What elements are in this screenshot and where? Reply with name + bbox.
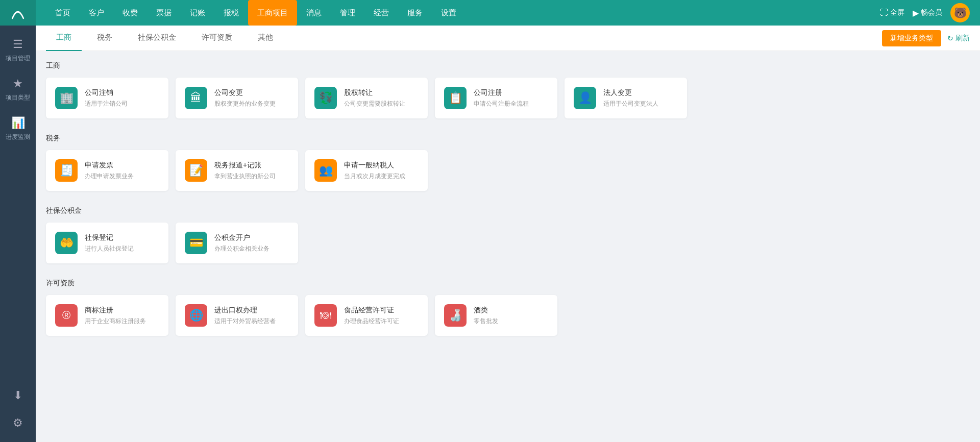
service-card[interactable]: 🌐进出口权办理适用于对外贸易经营者 (176, 295, 298, 336)
service-card[interactable]: 🏢公司注销适用于注销公司 (46, 78, 168, 118)
cards-row: 🤲社保登记进行人员社保登记💳公积金开户办理公积金相关业务 (46, 223, 970, 263)
card-info: 公司变更股权变更外的业务变更 (214, 88, 276, 108)
fullscreen-button[interactable]: ⛶ 全屏 (880, 8, 904, 17)
card-desc: 适用于对外贸易经营者 (214, 317, 276, 326)
nav-item-管理[interactable]: 管理 (331, 0, 364, 26)
card-info: 税务报道+记账拿到营业执照的新公司 (214, 161, 276, 181)
nav-item-首页[interactable]: 首页 (46, 0, 80, 26)
card-name: 法人变更 (603, 88, 658, 97)
card-name: 公司注销 (85, 88, 128, 97)
card-info: 进出口权办理适用于对外贸易经营者 (214, 306, 276, 326)
card-icon: 💳 (185, 232, 207, 254)
card-desc: 办理申请发票业务 (85, 172, 134, 181)
card-desc: 适用于公司变更法人 (603, 100, 658, 108)
nav-item-票据[interactable]: 票据 (147, 0, 181, 26)
card-icon: 🍽 (314, 304, 337, 327)
card-desc: 办理公积金相关业务 (214, 244, 270, 253)
sidebar-item-project-mgmt[interactable]: ☰ 项目管理 (0, 31, 36, 70)
card-name: 股权转让 (344, 88, 405, 97)
service-card[interactable]: ®商标注册用于企业商标注册服务 (46, 295, 168, 336)
card-icon: ® (55, 304, 78, 327)
service-card[interactable]: 🍶酒类零售批发 (435, 295, 557, 336)
card-icon: 🏛 (185, 87, 207, 109)
service-card[interactable]: 📝税务报道+记账拿到营业执照的新公司 (176, 150, 298, 191)
nav-item-记账[interactable]: 记账 (181, 0, 214, 26)
card-name: 酒类 (474, 306, 498, 315)
nav-item-收费[interactable]: 收费 (113, 0, 147, 26)
vip-button[interactable]: ▶ 畅会员 (913, 8, 942, 18)
tab-许可资质[interactable]: 许可资质 (191, 26, 242, 51)
section-title: 许可资质 (46, 279, 970, 288)
card-icon: 🍶 (444, 304, 467, 327)
card-desc: 当月或次月成变更完成 (344, 172, 405, 181)
card-icon: 👥 (314, 159, 337, 182)
card-info: 食品经营许可证办理食品经营许可证 (344, 306, 399, 326)
service-card[interactable]: 🧾申请发票办理申请发票业务 (46, 150, 168, 191)
service-card[interactable]: 🤲社保登记进行人员社保登记 (46, 223, 168, 263)
card-info: 公司注册申请公司注册全流程 (474, 88, 529, 108)
service-card[interactable]: 👥申请一般纳税人当月或次月成变更完成 (305, 150, 428, 191)
card-info: 申请一般纳税人当月或次月成变更完成 (344, 161, 405, 181)
card-name: 公司注册 (474, 88, 529, 97)
nav-item-服务[interactable]: 服务 (398, 0, 432, 26)
nav-right: ⛶ 全屏 ▶ 畅会员 🐻 (880, 3, 980, 22)
nav-item-设置[interactable]: 设置 (432, 0, 465, 26)
service-card[interactable]: 🏛公司变更股权变更外的业务变更 (176, 78, 298, 118)
card-info: 社保登记进行人员社保登记 (85, 233, 134, 253)
content-area: 工商税务社保公积金许可资质其他 新增业务类型 ↻ 刷新 工商🏢公司注销适用于注销… (36, 26, 980, 442)
card-desc: 进行人员社保登记 (85, 244, 134, 253)
service-card[interactable]: 📋公司注册申请公司注册全流程 (435, 78, 557, 118)
card-icon: 💱 (314, 87, 337, 109)
settings-icon: ⚙ (13, 416, 23, 430)
section-title: 税务 (46, 134, 970, 143)
card-name: 公积金开户 (214, 233, 270, 242)
nav-item-客户[interactable]: 客户 (80, 0, 113, 26)
nav-item-工商项目[interactable]: 工商项目 (248, 0, 297, 26)
nav-item-消息[interactable]: 消息 (297, 0, 331, 26)
card-desc: 申请公司注册全流程 (474, 100, 529, 108)
refresh-icon: ↻ (947, 34, 953, 42)
card-icon: 👤 (574, 87, 596, 109)
card-icon: 🏢 (55, 87, 78, 109)
add-type-button[interactable]: 新增业务类型 (882, 30, 941, 46)
card-name: 税务报道+记账 (214, 161, 276, 170)
sidebar-item-project-type[interactable]: ★ 项目类型 (0, 70, 36, 109)
card-name: 申请一般纳税人 (344, 161, 405, 170)
card-icon: 📝 (185, 159, 207, 182)
nav-item-报税[interactable]: 报税 (214, 0, 248, 26)
nav-item-经营[interactable]: 经营 (364, 0, 398, 26)
card-desc: 拿到营业执照的新公司 (214, 172, 276, 181)
card-desc: 适用于注销公司 (85, 100, 128, 108)
card-name: 申请发票 (85, 161, 134, 170)
service-card[interactable]: 👤法人变更适用于公司变更法人 (565, 78, 687, 118)
sidebar-label-progress: 进度监测 (6, 133, 30, 141)
nav-items: 首页客户收费票据记账报税工商项目消息管理经营服务设置 (36, 0, 880, 26)
card-desc: 公司变更需要股权转让 (344, 100, 405, 108)
service-card[interactable]: 💱股权转让公司变更需要股权转让 (305, 78, 428, 118)
tab-actions: 新增业务类型 ↻ 刷新 (882, 30, 970, 46)
card-name: 进出口权办理 (214, 306, 276, 315)
tab-工商[interactable]: 工商 (46, 26, 82, 51)
card-desc: 零售批发 (474, 317, 498, 326)
top-nav: 首页客户收费票据记账报税工商项目消息管理经营服务设置 ⛶ 全屏 ▶ 畅会员 🐻 (0, 0, 980, 26)
sidebar-label-project-type: 项目类型 (6, 93, 30, 102)
section-许可资质: 许可资质®商标注册用于企业商标注册服务🌐进出口权办理适用于对外贸易经营者🍽食品经… (46, 279, 970, 336)
avatar[interactable]: 🐻 (950, 3, 970, 22)
tab-社保公积金[interactable]: 社保公积金 (128, 26, 186, 51)
service-card[interactable]: 🍽食品经营许可证办理食品经营许可证 (305, 295, 428, 336)
sidebar-item-progress[interactable]: 📊 进度监测 (0, 109, 36, 149)
cards-row: 🧾申请发票办理申请发票业务📝税务报道+记账拿到营业执照的新公司👥申请一般纳税人当… (46, 150, 970, 191)
service-card[interactable]: 💳公积金开户办理公积金相关业务 (176, 223, 298, 263)
tab-税务[interactable]: 税务 (87, 26, 122, 51)
card-icon: 🧾 (55, 159, 78, 182)
refresh-button[interactable]: ↻ 刷新 (947, 34, 970, 43)
section-社保公积金: 社保公积金🤲社保登记进行人员社保登记💳公积金开户办理公积金相关业务 (46, 206, 970, 263)
sidebar-item-settings[interactable]: ⚙ (0, 409, 36, 437)
card-info: 申请发票办理申请发票业务 (85, 161, 134, 181)
card-icon: 🌐 (185, 304, 207, 327)
card-icon: 📋 (444, 87, 467, 109)
cards-row: ®商标注册用于企业商标注册服务🌐进出口权办理适用于对外贸易经营者🍽食品经营许可证… (46, 295, 970, 336)
card-name: 食品经营许可证 (344, 306, 399, 315)
tab-其他[interactable]: 其他 (248, 26, 283, 51)
sidebar-item-download[interactable]: ⬇ (0, 382, 36, 409)
